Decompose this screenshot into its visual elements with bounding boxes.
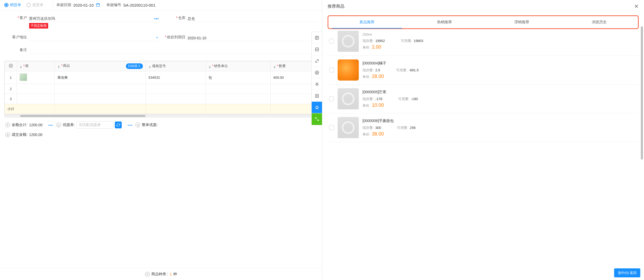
recommend-tabs: 新品推荐 热销推荐 滞销推荐 浏览历史	[328, 15, 639, 29]
cell-product[interactable]: 果倍爽	[55, 71, 146, 84]
item-price: 10.00	[372, 102, 384, 108]
col-product[interactable]: ▲▼*商品 扫码录入	[55, 61, 146, 71]
cell-product[interactable]	[55, 84, 146, 94]
due-date-input[interactable]: 2020-01-10	[188, 35, 318, 41]
col-merchant[interactable]: ▲▼*商	[17, 61, 55, 71]
radio-sale-order[interactable]: 销货单	[4, 3, 21, 7]
form-area: *客户 苏州万达沃尔玛 ••• 不固定账期 *仓库 总仓	[0, 10, 322, 58]
tab-history[interactable]: 浏览历史	[561, 16, 638, 28]
yen-icon: ¥	[5, 123, 10, 127]
kind-value: 1	[170, 272, 172, 276]
vertical-scrollbar[interactable]	[641, 26, 643, 264]
item-checkbox[interactable]	[329, 125, 334, 130]
remark-input[interactable]	[29, 48, 317, 54]
refresh-button[interactable]	[115, 122, 122, 128]
cell-spec[interactable]: 534532	[146, 71, 206, 84]
tab-hot[interactable]: 热销推荐	[406, 16, 483, 28]
star-icon[interactable]	[312, 102, 322, 113]
cell-unit[interactable]: 包	[206, 71, 270, 84]
chart-icon[interactable]	[312, 44, 322, 55]
col-qty[interactable]: ▲▼*数量	[270, 61, 317, 71]
address-input[interactable]	[29, 35, 159, 41]
table-row[interactable]: 2	[5, 84, 318, 94]
side-toolbar	[311, 32, 322, 125]
remark-label: 备注	[5, 46, 29, 52]
col-unit[interactable]: ▲▼*销售单位	[206, 61, 270, 71]
recommend-item[interactable]: 250ml现存量:19952可用量:19903单价:2.00	[328, 27, 639, 56]
avail-stat: 可用量:-681.5	[396, 68, 419, 73]
cell-merchant[interactable]	[17, 94, 55, 104]
recommend-item[interactable]: [0000004]橘子现存量:2.5可用量:-681.5单价:28.00	[328, 56, 639, 85]
stock-stat: 现存量:300	[362, 125, 381, 130]
calendar-icon[interactable]	[96, 3, 100, 8]
order-type-tabs: 销货单 退货单	[0, 0, 53, 10]
recommend-item[interactable]: [0000006]手撕面包现存量:300可用量:256单价:38.00	[328, 113, 639, 142]
expand-icon[interactable]	[312, 113, 322, 125]
dash-icon: —	[128, 122, 132, 128]
cell-qty[interactable]	[270, 84, 317, 94]
customer-value: 苏州万达沃尔玛	[29, 16, 55, 21]
item-checkbox[interactable]	[329, 68, 334, 72]
cell-product[interactable]	[55, 94, 146, 104]
close-icon[interactable]: ✕	[634, 3, 639, 10]
item-price: 2.00	[372, 44, 381, 50]
item-checkbox[interactable]	[329, 96, 334, 101]
item-info: [0000004]橘子现存量:2.5可用量:-681.5单价:28.00	[362, 61, 639, 79]
product-image	[338, 117, 359, 138]
coupon-label: 优惠券:	[63, 123, 75, 127]
warehouse-input[interactable]: 总仓	[188, 16, 318, 22]
cell-qty[interactable]	[270, 94, 317, 104]
cell-merchant[interactable]	[17, 84, 55, 94]
kind-label: 商品种类 :	[151, 272, 168, 277]
more-icon[interactable]: •••	[154, 17, 159, 21]
tab-slow[interactable]: 滞销推荐	[483, 16, 561, 28]
panel-title: 推荐商品	[328, 4, 344, 9]
scan-input-button[interactable]: 扫码录入	[126, 63, 143, 69]
link-icon[interactable]	[312, 55, 322, 67]
cell-spec[interactable]	[146, 84, 206, 94]
sort-icon: ▲▼	[273, 66, 276, 69]
deal-icon: ⊛	[5, 132, 10, 137]
header-row: 销货单 退货单 单据日期 2020-01-10 单据编号 SA-20200110…	[0, 0, 322, 10]
chevron-down-icon[interactable]	[155, 36, 159, 40]
radio-icon	[4, 3, 8, 7]
kind-suffix: 种	[173, 272, 177, 277]
list-icon[interactable]	[312, 32, 322, 44]
item-price: 28.00	[372, 74, 384, 79]
recommend-item[interactable]: [0000005]芒果现存量:-178可用量:-190单价:10.00	[328, 85, 639, 113]
settings-column[interactable]	[5, 61, 17, 71]
cell-spec[interactable]	[146, 94, 206, 104]
select-return-button[interactable]: 选中(0) 返回	[614, 268, 641, 277]
recommend-panel: 推荐商品 ✕ 新品推荐 热销推荐 滞销推荐 浏览历史 250ml现存量:1995…	[322, 0, 644, 280]
swap-icon[interactable]	[312, 67, 322, 78]
coupon-icon: ◎	[56, 123, 61, 127]
avail-stat: 可用量:19903	[401, 39, 423, 43]
table-row[interactable]: 1果倍爽534532包400.00	[5, 71, 318, 84]
total-value: 1200.00	[29, 123, 43, 127]
radio-return-order[interactable]: 退货单	[26, 3, 43, 7]
subtotal-row: 小计	[5, 104, 318, 114]
package-icon: ⊡	[145, 272, 150, 277]
coupon-input[interactable]: 无匹配优惠券	[76, 121, 113, 129]
horizontal-scrollbar[interactable]	[4, 114, 318, 118]
tab-new[interactable]: 新品推荐	[328, 16, 406, 28]
cell-merchant[interactable]	[17, 71, 55, 84]
value[interactable]: 2020-01-10	[73, 3, 94, 7]
collapse-icon[interactable]	[312, 78, 322, 90]
product-image	[338, 31, 359, 52]
customer-input[interactable]: 苏州万达沃尔玛 •••	[29, 16, 159, 22]
radio-label: 退货单	[32, 3, 43, 7]
item-checkbox[interactable]	[329, 39, 334, 44]
table-row[interactable]: 3	[5, 94, 318, 104]
footer-bar: ⊡ 商品种类 : 1 种	[0, 268, 322, 280]
col-spec[interactable]: ▲▼规格型号	[146, 61, 206, 71]
cell-qty[interactable]: 400.00	[270, 71, 317, 84]
cell-unit[interactable]	[206, 84, 270, 94]
cell-unit[interactable]	[206, 94, 270, 104]
total-label: 金额合计:	[12, 123, 28, 127]
product-image	[338, 59, 359, 81]
price-label: 单价:	[362, 132, 370, 136]
left-panel: 销货单 退货单 单据日期 2020-01-10 单据编号 SA-20200110…	[0, 0, 322, 280]
currency-icon[interactable]	[312, 90, 322, 102]
address-label: 客户地址	[5, 34, 29, 40]
